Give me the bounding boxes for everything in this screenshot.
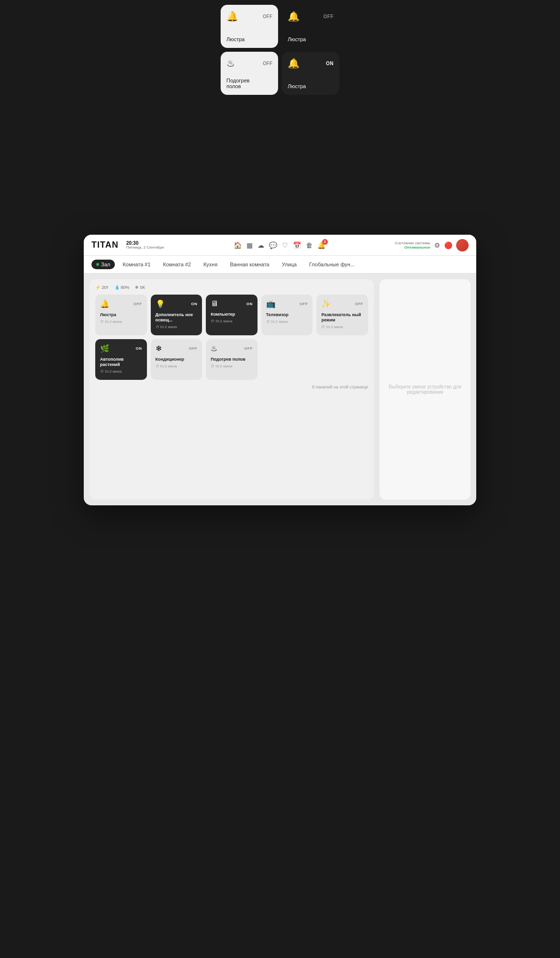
plant-icon: 🌿 <box>100 344 110 353</box>
card-label-dark: Люстра <box>288 36 306 42</box>
televizor-time: ⏱ 0т.2 мина <box>266 319 308 324</box>
tab-komnata2[interactable]: Комната #2 <box>158 260 196 269</box>
floor-heat-status: OFF <box>244 346 253 351</box>
stat-temp: ❄ 0К <box>135 285 145 290</box>
topbar-datetime: 20:30 Пятница, 2 Сентября <box>126 240 164 250</box>
device-televizor[interactable]: 📺 OFF Телевизор ⏱ 0т.2 мина <box>261 295 313 335</box>
tab-kuhnya[interactable]: Кухня <box>199 260 222 269</box>
detail-placeholder: Выберите умное устройство для редактиров… <box>387 384 463 395</box>
top-card-lyustra-off[interactable]: 🔔 OFF Люстра <box>221 5 278 48</box>
app-logo: TITAN <box>91 240 119 250</box>
top-card-lyustra-dark-off[interactable]: 🔔 OFF Люстра <box>282 5 339 48</box>
device-autopoliv[interactable]: 🌿 ON Автополив растений ⏱ 0т.2 мина <box>95 339 147 380</box>
main-content: ⚡ 20т 💧 80% ❄ 0К 🔔 OFF Люстра ⏱ 0т.2 мин… <box>84 274 476 505</box>
heat-icon: ♨ <box>226 57 235 69</box>
computer-icon: 🖥 <box>211 299 218 308</box>
panel-footer-text: 8 панелей на этой странице <box>312 385 368 389</box>
topbar-date: Пятница, 2 Сентября <box>126 246 164 250</box>
chandelier-on-icon: 🔔 <box>288 57 300 69</box>
system-status-label: Состояние системы <box>395 241 430 245</box>
dop-status: ON <box>191 302 197 306</box>
user-avatar[interactable] <box>456 239 469 251</box>
razvlek-status: OFF <box>355 302 363 306</box>
notification-icon[interactable]: 🔔 2 <box>317 241 325 249</box>
kondic-time: ⏱ 0т.2 мина <box>156 364 198 368</box>
top-cards: 🔔 OFF Люстра 🔔 OFF Люстра ♨ OFF Подогрев… <box>221 0 339 100</box>
app-window: TITAN 20:30 Пятница, 2 Сентября 🏠 ▦ ☁ 💬 … <box>84 235 476 505</box>
topbar-right: Состояние системы Оптимальное ⚙ 🔴 <box>395 239 469 251</box>
notification-badge: 2 <box>322 239 328 245</box>
bulb-icon: 💡 <box>156 299 165 308</box>
active-dot <box>96 263 99 266</box>
system-status: Состояние системы Оптимальное <box>395 241 430 250</box>
stat-humidity: 💧 80% <box>114 285 130 290</box>
home-icon[interactable]: 🏠 <box>234 241 242 249</box>
tab-ulica[interactable]: Улица <box>277 260 302 269</box>
lyustra-time: ⏱ 0т.2 мина <box>100 319 142 324</box>
autopoliv-time: ⏱ 0т.2 мина <box>100 369 142 374</box>
tab-zal[interactable]: Зал <box>91 260 115 269</box>
floor-heat-name: Подогрев полов <box>211 357 253 362</box>
card-status: OFF <box>263 14 272 19</box>
heart-icon[interactable]: ♡ <box>282 241 288 249</box>
settings-icon[interactable]: ⚙ <box>434 241 440 249</box>
device-lyustra[interactable]: 🔔 OFF Люстра ⏱ 0т.2 мина <box>95 295 147 335</box>
dop-time: ⏱ 0т.2 мина <box>156 325 198 329</box>
cloud-icon[interactable]: ☁ <box>258 241 264 249</box>
device-komputer[interactable]: 🖥 ON Компьютер ⏱ 0т.2 мина <box>206 295 258 335</box>
panel-footer: 8 панелей на этой странице <box>95 385 368 389</box>
topbar: TITAN 20:30 Пятница, 2 Сентября 🏠 ▦ ☁ 💬 … <box>84 235 476 256</box>
razvlek-name: Развлекатель ный режим <box>321 312 363 323</box>
device-razvlek[interactable]: ✨ OFF Развлекатель ный режим ⏱ 0т.2 мина <box>316 295 368 335</box>
chandelier-icon-dark: 🔔 <box>288 11 300 22</box>
grid-icon[interactable]: ▦ <box>246 241 253 249</box>
device-floor-heat[interactable]: ♨ OFF Подогрев полов ⏱ 0т.2 мина <box>206 339 258 380</box>
calendar-icon[interactable]: 📅 <box>293 241 301 249</box>
chat-icon[interactable]: 💬 <box>269 241 277 249</box>
kondic-name: Кондиционер <box>156 357 198 362</box>
lyustra-name: Люстра <box>100 312 142 318</box>
floor-heat-time: ⏱ 0т.2 мина <box>211 364 253 368</box>
card-label-heat: Подогревполов <box>226 78 249 89</box>
televizor-name: Телевизор <box>266 312 308 318</box>
device-kondic[interactable]: ❄ OFF Кондиционер ⏱ 0т.2 мина <box>151 339 202 380</box>
card-status-on: ON <box>326 61 334 66</box>
kondic-status: OFF <box>189 346 198 351</box>
room-tabs: Зал Комната #1 Комната #2 Кухня Ванная к… <box>84 256 476 274</box>
tab-global[interactable]: Глобальные фун... <box>304 260 359 269</box>
system-status-value: Оптимальное <box>404 245 430 250</box>
card-label: Люстра <box>226 36 245 42</box>
dop-name: Дополнитель ное освещ... <box>156 312 198 323</box>
komputer-time: ⏱ 0т.2 мина <box>211 319 253 323</box>
topbar-icons: 🏠 ▦ ☁ 💬 ♡ 📅 🗑 🔔 2 <box>169 241 389 249</box>
top-cards-row-2: ♨ OFF Подогревполов 🔔 ON Люстра <box>221 52 339 95</box>
card-status-heat: OFF <box>263 61 272 66</box>
televizor-status: OFF <box>300 302 308 306</box>
devices-panel: ⚡ 20т 💧 80% ❄ 0К 🔔 OFF Люстра ⏱ 0т.2 мин… <box>90 279 374 500</box>
tv-icon: 📺 <box>266 299 276 308</box>
autopoliv-name: Автополив растений <box>100 357 142 367</box>
panel-stats: ⚡ 20т 💧 80% ❄ 0К <box>95 285 368 290</box>
sparkle-icon: ✨ <box>321 299 331 308</box>
floor-heat-icon: ♨ <box>211 344 217 353</box>
komputer-status: ON <box>246 302 253 306</box>
device-dop-osvesc[interactable]: 💡 ON Дополнитель ное освещ... ⏱ 0т.2 мин… <box>151 295 202 335</box>
tab-vanna[interactable]: Ванная комната <box>225 260 274 269</box>
stat-power: ⚡ 20т <box>95 285 109 290</box>
tab-komnata1[interactable]: Комната #1 <box>118 260 155 269</box>
detail-panel: Выберите умное устройство для редактиров… <box>380 279 470 500</box>
ac-icon: ❄ <box>156 344 162 353</box>
trash-icon[interactable]: 🗑 <box>306 241 313 249</box>
chandelier-icon: 🔔 <box>226 11 238 22</box>
card-status-dark: OFF <box>324 14 334 19</box>
top-card-floor-heat[interactable]: ♨ OFF Подогревполов <box>221 52 278 95</box>
alert-icon[interactable]: 🔴 <box>444 241 452 249</box>
lyustra-status: OFF <box>134 302 142 306</box>
devices-grid: 🔔 OFF Люстра ⏱ 0т.2 мина 💡 ON Дополнител… <box>95 295 368 380</box>
tab-zal-label: Зал <box>101 262 110 267</box>
komputer-name: Компьютер <box>211 312 253 317</box>
autopoliv-status: ON <box>136 346 142 351</box>
card-label-on: Люстра <box>288 83 306 89</box>
top-cards-row-1: 🔔 OFF Люстра 🔔 OFF Люстра <box>221 5 339 48</box>
top-card-lyustra-on[interactable]: 🔔 ON Люстра <box>282 52 339 95</box>
